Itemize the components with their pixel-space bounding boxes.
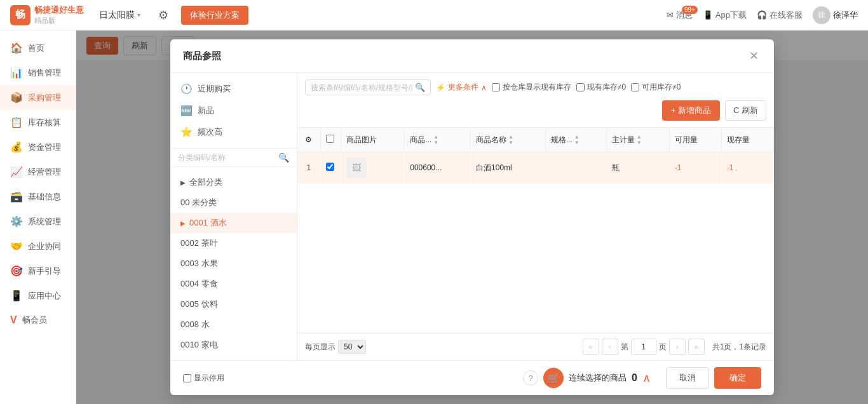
row-select-checkbox[interactable] — [326, 163, 334, 171]
freq-label: 频次高 — [198, 126, 222, 138]
category-item-0002[interactable]: 0002 茶叶 — [170, 233, 297, 253]
table-header-row: ⚙ 商品图片 — [297, 128, 774, 152]
sidebar-label-sales: 销售管理 — [28, 67, 61, 79]
tab-new-products[interactable]: 🆕 新品 — [170, 100, 297, 121]
per-page-select[interactable]: 50 — [338, 340, 366, 354]
next-page-button[interactable]: › — [669, 339, 686, 355]
th-spec[interactable]: 规格... ▲▼ — [545, 128, 606, 152]
settings-icon-btn[interactable]: ⚙ — [153, 5, 173, 25]
sidebar-label-finance: 资金管理 — [28, 142, 61, 153]
category-search: 🔍 — [178, 152, 289, 163]
checkbox-available-stock[interactable]: 可用库存≠0 — [631, 82, 681, 93]
product-table-wrap: ⚙ 商品图片 — [297, 128, 774, 333]
cart-text-label: 连续选择的商品 — [569, 372, 627, 384]
online-service-btn[interactable]: 🎧 在线客服 — [757, 10, 803, 21]
finance-icon: 💰 — [10, 141, 23, 153]
page-number-input[interactable] — [631, 339, 656, 355]
filter-more-button[interactable]: ⚡ 更多条件 ∧ — [436, 82, 487, 93]
last-page-button[interactable]: » — [688, 339, 705, 355]
sidebar: 🏠 首页 📊 销售管理 📦 采购管理 📋 库存核算 💰 资金管理 📈 经营管理 … — [0, 30, 76, 404]
th-settings: ⚙ — [297, 128, 320, 152]
sidebar-item-apps[interactable]: 📱 应用中心 — [0, 283, 76, 308]
cart-icon: 🛒 — [547, 372, 560, 384]
system-icon: ⚙️ — [10, 215, 23, 227]
sidebar-item-guide[interactable]: 🎯 新手引导 — [0, 259, 76, 283]
sidebar-item-purchase[interactable]: 📦 采购管理 — [0, 85, 76, 110]
modal-close-button[interactable]: ✕ — [746, 48, 761, 64]
product-search-input[interactable] — [311, 83, 412, 92]
show-disabled-checkbox[interactable]: 显示停用 — [183, 373, 224, 384]
home-icon: 🏠 — [10, 42, 23, 54]
th-name[interactable]: 商品名称 ▲▼ — [471, 128, 546, 152]
checkbox-current-stock[interactable]: 现有库存≠0 — [576, 82, 626, 93]
current-stock-checkbox[interactable] — [576, 83, 585, 91]
first-page-button[interactable]: « — [583, 339, 599, 355]
row-image-cell: 🖼 — [341, 152, 405, 184]
checkbox-by-warehouse[interactable]: 按仓库显示现有库存 — [492, 82, 571, 93]
store-selector[interactable]: 日太阳膜 ▾ — [94, 7, 146, 24]
online-service-label: 在线客服 — [770, 10, 803, 21]
sidebar-item-corp[interactable]: 🤝 企业协同 — [0, 234, 76, 259]
messages-btn[interactable]: ✉ 消息 99+ — [667, 10, 693, 21]
sidebar-item-system[interactable]: ⚙️ 系统管理 — [0, 209, 76, 234]
new-product-button[interactable]: + 新增商品 — [662, 100, 720, 121]
category-item-0004[interactable]: 0004 零食 — [170, 274, 297, 294]
tab-recent-purchase[interactable]: 🕐 近期购买 — [170, 78, 297, 100]
row-num: 1 — [297, 152, 320, 184]
sidebar-item-home[interactable]: 🏠 首页 — [0, 36, 76, 60]
main-content: 查询 刷新 设置 商品参照 ✕ 🕐 — [76, 30, 868, 404]
cart-collapse-btn[interactable]: ∧ — [642, 371, 651, 385]
by-warehouse-checkbox[interactable] — [492, 83, 500, 91]
cancel-button[interactable]: 取消 — [666, 367, 709, 389]
sidebar-item-business[interactable]: 📈 经营管理 — [0, 159, 76, 184]
category-item-0010[interactable]: 0010 家电 — [170, 335, 297, 355]
sidebar-item-member[interactable]: V 畅会员 — [0, 308, 76, 332]
category-item-all[interactable]: ▶ 全部分类 — [170, 172, 297, 192]
refresh-product-button[interactable]: C 刷新 — [725, 100, 766, 121]
category-item-0003[interactable]: 0003 水果 — [170, 253, 297, 274]
cat-label-0005: 0005 饮料 — [180, 299, 218, 310]
th-unit[interactable]: 主计量 ▲▼ — [606, 128, 669, 152]
category-item-0005[interactable]: 0005 饮料 — [170, 294, 297, 314]
tab-high-freq[interactable]: ⭐ 频次高 — [170, 121, 297, 143]
table-row[interactable]: 1 🖼 — [297, 152, 774, 184]
row-checkbox-cell — [320, 152, 341, 184]
sidebar-label-inventory: 库存核算 — [28, 117, 61, 128]
prev-page-button[interactable]: ‹ — [602, 339, 618, 355]
confirm-button[interactable]: 确定 — [714, 367, 761, 389]
footer-buttons: 取消 确定 — [666, 367, 761, 389]
top-nav: 畅 畅捷通好生意 精品版 日太阳膜 ▾ ⚙ 体验行业方案 ✉ 消息 99+ 📱 … — [0, 0, 868, 30]
sidebar-item-basic[interactable]: 🗃️ 基础信息 — [0, 184, 76, 209]
pagination-bar: 每页显示 50 « ‹ 第 页 › — [297, 333, 774, 360]
category-search-input[interactable] — [178, 153, 276, 162]
category-search-icon[interactable]: 🔍 — [278, 152, 289, 163]
show-disabled-check[interactable] — [183, 374, 191, 382]
category-item-0001[interactable]: ▶ 0001 酒水 — [170, 213, 297, 233]
sidebar-item-sales[interactable]: 📊 销售管理 — [0, 60, 76, 85]
settings-col-icon[interactable]: ⚙ — [305, 135, 312, 144]
cart-icon-btn[interactable]: 🛒 — [543, 368, 564, 388]
th-unit-label: 主计量 — [612, 135, 635, 145]
by-warehouse-label: 按仓库显示现有库存 — [503, 82, 571, 93]
user-menu[interactable]: 徐 徐泽华 — [813, 6, 858, 24]
select-all-checkbox[interactable] — [326, 135, 334, 143]
cat-label-all: 全部分类 — [189, 177, 222, 188]
collapse-panel-button[interactable]: ‹‹ — [297, 147, 297, 168]
th-code[interactable]: 商品... ▲▼ — [405, 128, 471, 152]
filter-icon: ⚡ — [436, 83, 445, 92]
row-spec-cell — [545, 152, 606, 184]
th-stock: 现存量 — [721, 128, 773, 152]
app-download-btn[interactable]: 📱 App下载 — [703, 10, 747, 21]
new-icon: 🆕 — [180, 105, 193, 116]
row-available-cell: -1 — [669, 152, 721, 184]
phone-icon: 📱 — [703, 10, 713, 20]
product-search-icon[interactable]: 🔍 — [415, 83, 425, 92]
available-stock-checkbox[interactable] — [631, 83, 639, 91]
sidebar-item-inventory[interactable]: 📋 库存核算 — [0, 110, 76, 135]
trial-button[interactable]: 体验行业方案 — [181, 6, 248, 25]
category-item-00[interactable]: 00 未分类 — [170, 192, 297, 213]
sidebar-item-finance[interactable]: 💰 资金管理 — [0, 135, 76, 159]
logo-icon: 畅 — [10, 5, 31, 25]
category-item-0008[interactable]: 0008 水 — [170, 314, 297, 335]
help-icon-btn[interactable]: ? — [523, 370, 538, 386]
